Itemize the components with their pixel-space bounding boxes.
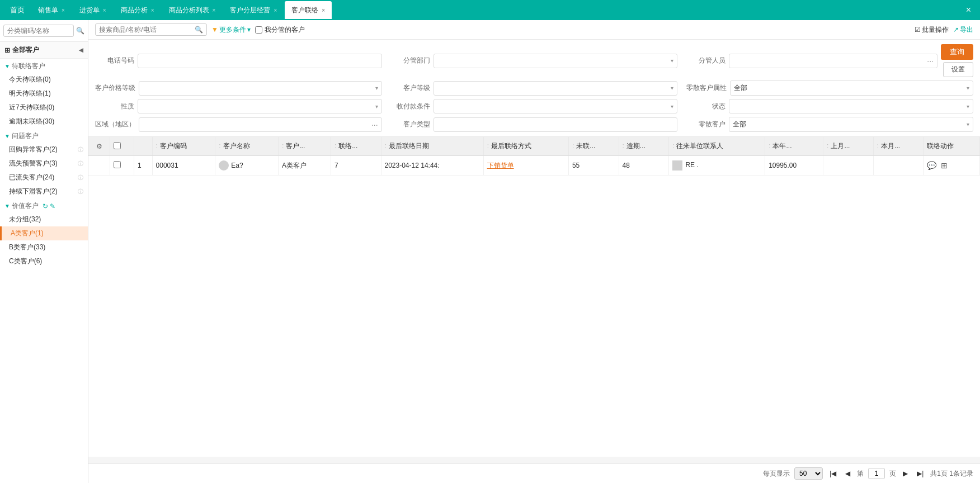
filter-label-manager: 分管人员 bbox=[686, 56, 725, 65]
table-header-category[interactable]: :客户... bbox=[278, 137, 331, 156]
filter-retail-select[interactable]: 全部▾ bbox=[729, 117, 973, 132]
sidebar-item-declining[interactable]: 持续下滑客户(2) ⓘ bbox=[0, 184, 88, 198]
sidebar-item-7days[interactable]: 近7天待联络(0) bbox=[0, 101, 88, 115]
sidebar-item-repurchase-anomaly[interactable]: 回购异常客户(2) ⓘ bbox=[0, 143, 88, 157]
table-header-overdue[interactable]: :逾期... bbox=[619, 137, 669, 156]
close-window-button[interactable]: × bbox=[962, 3, 976, 17]
filter-status-select[interactable]: ▾ bbox=[729, 99, 973, 113]
table-header-last-month[interactable]: :上月... bbox=[823, 137, 874, 156]
refresh-icon[interactable]: ↻ bbox=[43, 202, 48, 210]
row-uncontacted: 55 bbox=[568, 156, 619, 176]
nav-home[interactable]: 首页 bbox=[4, 1, 30, 19]
table-header-name[interactable]: :客户名称 bbox=[215, 137, 279, 156]
filter-dept-select[interactable]: ▾ bbox=[434, 54, 678, 68]
search-box: 🔍 bbox=[95, 23, 207, 36]
nature-arrow: ▾ bbox=[375, 103, 378, 110]
pagination: 每页显示 50 100 200 |◀ ◀ 第 页 ▶ ▶| 共1页 1条记录 bbox=[88, 463, 980, 483]
batch-op-button[interactable]: ☑ 批量操作 bbox=[915, 25, 949, 35]
search-input[interactable] bbox=[99, 26, 192, 34]
sidebar-item-class-a[interactable]: A类客户(1) bbox=[0, 226, 88, 240]
manager-dots-icon: ··· bbox=[927, 56, 934, 65]
edit-icon[interactable]: ✎ bbox=[50, 202, 55, 210]
horizontal-scrollbar[interactable] bbox=[88, 457, 980, 463]
table-header-this-year[interactable]: :本年... bbox=[765, 137, 823, 156]
sidebar-item-churned[interactable]: 已流失客户(24) ⓘ bbox=[0, 171, 88, 184]
next-page-button[interactable]: ▶ bbox=[901, 468, 910, 479]
more-conditions-button[interactable]: ▼ 更多条件 ▾ bbox=[211, 25, 251, 35]
payment-arrow: ▾ bbox=[671, 103, 673, 110]
all-customers-header[interactable]: ⊞ 全部客户 ◀ bbox=[0, 42, 88, 59]
table-header-contact-count[interactable]: :联络... bbox=[331, 137, 381, 156]
filter-price-grade-select[interactable]: ▾ bbox=[139, 81, 382, 96]
table-wrapper: ⚙ :客户编码 :客户名称 :客户... :联络... :最后联络日期 :最后联… bbox=[88, 137, 980, 457]
filter-phone-input[interactable] bbox=[138, 54, 382, 68]
sidebar-item-today[interactable]: 今天待联络(0) bbox=[0, 73, 88, 87]
filter-customer-type-input[interactable] bbox=[434, 117, 678, 132]
filter-customer-grade-select[interactable]: ▾ bbox=[434, 81, 678, 96]
close-analysis-list-tab[interactable]: × bbox=[213, 7, 216, 13]
table-header-last-contact-method[interactable]: :最后联络方式 bbox=[483, 137, 568, 156]
last-page-button[interactable]: ▶| bbox=[915, 468, 926, 479]
filter-row-phone: 电话号码 bbox=[95, 44, 382, 77]
row-contact-count: 7 bbox=[331, 156, 381, 176]
filter-nature-select[interactable]: ▾ bbox=[138, 99, 382, 113]
page-input[interactable] bbox=[868, 468, 885, 479]
page-size-label: 每页显示 bbox=[763, 469, 790, 479]
nav-tab-sales[interactable]: 销售单 × bbox=[31, 1, 72, 19]
customer-grade-arrow: ▾ bbox=[671, 85, 673, 91]
sidebar-item-churn-warning[interactable]: 流失预警客户(3) ⓘ bbox=[0, 157, 88, 171]
message-action-icon[interactable]: 💬 bbox=[927, 161, 936, 170]
sidebar-search-icon[interactable]: 🔍 bbox=[76, 27, 84, 35]
table-row: 1 000031 Ea? A类客户 7 2023-04-12 14:44: bbox=[88, 156, 980, 176]
row-code: 000031 bbox=[152, 156, 215, 176]
sidebar-item-tomorrow[interactable]: 明天待联络(1) bbox=[0, 87, 88, 101]
sidebar-item-class-b[interactable]: B类客户(33) bbox=[0, 240, 88, 254]
table-header-checkbox[interactable] bbox=[110, 137, 134, 156]
table-header-last-contact-date[interactable]: :最后联络日期 bbox=[381, 137, 483, 156]
table-header-gear[interactable]: ⚙ bbox=[88, 137, 110, 156]
row-checkbox[interactable] bbox=[110, 156, 134, 176]
price-grade-arrow: ▾ bbox=[375, 85, 378, 91]
top-nav: 首页 销售单 × 进货单 × 商品分析 × 商品分析列表 × 客户分层经营 × … bbox=[0, 0, 980, 20]
page-size-select[interactable]: 50 100 200 bbox=[794, 467, 823, 480]
prev-page-button[interactable]: ◀ bbox=[843, 468, 852, 479]
filter-payment-select[interactable]: ▾ bbox=[434, 99, 678, 113]
close-segment-tab[interactable]: × bbox=[274, 7, 277, 13]
nav-tab-customer-segment[interactable]: 客户分层经营 × bbox=[223, 1, 284, 19]
content-area: 🔍 ▼ 更多条件 ▾ 我分管的客户 ☑ 批量操作 ↗ 导出 bbox=[88, 20, 980, 483]
table-header-this-month[interactable]: :本月... bbox=[873, 137, 924, 156]
last-contact-method-link[interactable]: 下销货单 bbox=[487, 162, 514, 169]
customer-avatar bbox=[219, 160, 229, 171]
close-contact-tab[interactable]: × bbox=[322, 7, 325, 13]
total-records: 共1页 1条记录 bbox=[930, 469, 973, 479]
first-page-button[interactable]: |◀ bbox=[827, 468, 838, 479]
sidebar-search-input[interactable] bbox=[3, 25, 74, 37]
filter-search-icon[interactable]: 🔍 bbox=[195, 26, 203, 34]
filter-manager-input[interactable]: ··· bbox=[729, 54, 937, 68]
sidebar-item-class-c[interactable]: C类客户(6) bbox=[0, 254, 88, 268]
close-analysis-tab[interactable]: × bbox=[151, 7, 154, 13]
nav-tab-customer-contact[interactable]: 客户联络 × bbox=[285, 1, 332, 19]
row-select-checkbox[interactable] bbox=[114, 161, 121, 168]
sidebar-item-unclassified[interactable]: 未分组(32) bbox=[0, 212, 88, 226]
nav-tab-analysis[interactable]: 商品分析 × bbox=[114, 1, 161, 19]
close-sales-tab[interactable]: × bbox=[62, 7, 65, 13]
query-button[interactable]: 查询 bbox=[941, 44, 973, 60]
settings-button[interactable]: 设置 bbox=[943, 62, 973, 77]
nav-tab-purchase[interactable]: 进货单 × bbox=[73, 1, 113, 19]
export-button[interactable]: ↗ 导出 bbox=[953, 25, 973, 35]
close-purchase-tab[interactable]: × bbox=[103, 7, 106, 13]
row-gear[interactable] bbox=[88, 156, 110, 176]
sidebar-item-overdue[interactable]: 逾期未联络(30) bbox=[0, 115, 88, 129]
filter-region-input[interactable]: ··· bbox=[139, 117, 382, 132]
filter-retail-attr-select[interactable]: 全部▾ bbox=[730, 80, 973, 96]
table-header-uncontacted[interactable]: :未联... bbox=[568, 137, 619, 156]
qr-action-icon[interactable]: ⊞ bbox=[941, 161, 948, 170]
table-header-code[interactable]: :客户编码 bbox=[152, 137, 215, 156]
collapse-sidebar-icon[interactable]: ◀ bbox=[79, 47, 83, 53]
my-customers-filter[interactable]: 我分管的客户 bbox=[255, 25, 305, 35]
table-header-unit-contact[interactable]: :往来单位联系人 bbox=[669, 137, 765, 156]
my-customers-checkbox[interactable] bbox=[255, 26, 262, 34]
nav-tab-analysis-list[interactable]: 商品分析列表 × bbox=[162, 1, 223, 19]
select-all-checkbox[interactable] bbox=[114, 142, 121, 149]
